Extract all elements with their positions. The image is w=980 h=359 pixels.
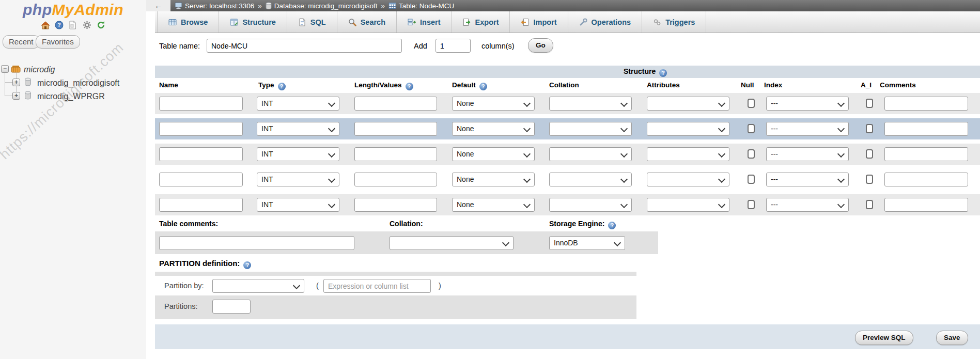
collation-select[interactable] [549,97,632,111]
attributes-select[interactable] [647,97,729,111]
collapse-toggle[interactable]: − [1,65,9,73]
column-name-input[interactable] [159,147,243,161]
home-icon[interactable] [41,21,50,29]
partitions-label: Partitions: [164,302,197,310]
collation-select[interactable] [549,198,632,212]
phpmyadmin-logo[interactable]: phpMyAdmin [0,1,146,19]
preview-sql-button[interactable]: Preview SQL [855,331,913,345]
partition-by-select[interactable] [212,279,304,293]
ai-checkbox[interactable] [866,99,873,108]
ai-checkbox[interactable] [866,149,873,159]
comments-input[interactable] [884,173,968,186]
comments-input[interactable] [884,198,968,212]
null-checkbox[interactable] [748,175,755,184]
default-select[interactable]: None [452,173,535,186]
index-select[interactable]: --- [766,198,849,212]
help-icon[interactable]: ? [608,222,616,229]
tab-operations[interactable]: Operations [568,11,643,33]
documentation-icon[interactable] [69,21,78,29]
default-select[interactable]: None [452,147,535,161]
breadcrumb-database[interactable]: Database: microdig_microdigisoft [266,2,378,10]
null-checkbox[interactable] [748,124,755,133]
length-values-input[interactable] [354,147,437,161]
tab-triggers[interactable]: Triggers [642,11,706,33]
collation-select[interactable] [549,122,632,136]
comments-input[interactable] [884,122,968,136]
column-name-input[interactable] [159,97,243,111]
expand-toggle[interactable]: + [12,92,20,100]
tree-server-item[interactable]: microdig [24,65,55,74]
breadcrumb-table[interactable]: Table: Node-MCU [388,2,454,10]
tab-search-label: Search [361,18,385,26]
index-select[interactable]: --- [766,122,849,136]
table-name-input[interactable] [207,39,402,53]
save-button[interactable]: Save [936,331,968,345]
help-icon[interactable]: ? [659,69,667,77]
attributes-select[interactable] [647,173,729,186]
length-values-input[interactable] [354,198,437,212]
length-values-input[interactable] [354,97,437,111]
table-collation-select[interactable] [390,236,514,250]
comments-input[interactable] [884,147,968,161]
tab-sql[interactable]: SQL [287,11,337,33]
help-icon[interactable]: ? [479,83,487,90]
recent-tab[interactable]: Recent [3,35,40,49]
index-select[interactable]: --- [766,147,849,161]
tab-insert[interactable]: Insert [397,11,452,33]
breadcrumb-server[interactable]: Server: localhost:3306 [175,2,254,10]
comments-input[interactable] [884,97,968,111]
type-select[interactable]: INT [257,97,339,111]
default-select[interactable]: None [452,122,535,136]
help-icon[interactable]: ? [278,83,286,90]
tab-export[interactable]: Export [452,11,510,33]
column-name-input[interactable] [159,122,243,136]
logo-myadmin: MyAdmin [52,1,123,18]
help-icon[interactable]: ? [55,21,64,29]
collation-label: Collation: [390,220,423,228]
tab-browse[interactable]: Browse [157,11,219,33]
default-select[interactable]: None [452,97,535,111]
index-select[interactable]: --- [766,97,849,111]
tree-database-item[interactable]: microdig_microdigisoft [37,79,119,88]
breadcrumb-separator: » [258,2,262,10]
go-button[interactable]: Go [528,38,553,53]
add-columns-input[interactable] [435,39,471,53]
type-select[interactable]: INT [257,198,339,212]
index-select[interactable]: --- [766,173,849,186]
type-select[interactable]: INT [257,173,339,186]
help-icon[interactable]: ? [406,83,413,90]
ai-checkbox[interactable] [866,124,873,133]
ai-checkbox[interactable] [866,200,873,209]
partitions-count-input[interactable] [212,300,251,314]
attributes-select[interactable] [647,147,729,161]
column-name-input[interactable] [159,198,243,212]
collation-select[interactable] [549,173,632,186]
table-comments-input[interactable] [159,236,354,250]
refresh-icon[interactable] [97,21,106,29]
attributes-select[interactable] [647,122,729,136]
favorites-tab[interactable]: Favorites [36,35,80,49]
tab-import[interactable]: Import [510,11,568,33]
null-checkbox[interactable] [748,149,755,159]
storage-engine-select[interactable]: InnoDB [549,236,625,250]
tab-triggers-label: Triggers [665,18,695,26]
collapse-navigation-arrow[interactable]: ← [146,0,170,11]
tab-structure[interactable]: Structure [219,11,287,33]
partition-expression-input[interactable] [323,279,431,293]
collation-select[interactable] [549,147,632,161]
null-checkbox[interactable] [748,99,755,108]
type-select[interactable]: INT [257,122,339,136]
tab-search[interactable]: Search [337,11,397,33]
attributes-select[interactable] [647,198,729,212]
settings-gear-icon[interactable] [83,21,92,29]
type-select[interactable]: INT [257,147,339,161]
length-values-input[interactable] [354,173,437,186]
help-icon[interactable]: ? [243,261,251,269]
tree-database-item[interactable]: microdig_WPRGR [37,92,105,101]
default-select[interactable]: None [452,198,535,212]
ai-checkbox[interactable] [866,175,873,184]
expand-toggle[interactable]: + [12,79,20,86]
column-name-input[interactable] [159,173,243,186]
length-values-input[interactable] [354,122,437,136]
null-checkbox[interactable] [748,200,755,209]
